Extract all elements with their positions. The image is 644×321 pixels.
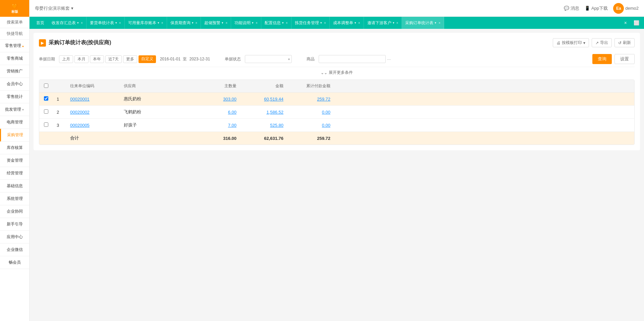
topbar-order-stat-close[interactable]: × xyxy=(119,21,121,25)
settings-btn[interactable]: 设置 xyxy=(614,54,635,64)
sidebar-item-wholesale[interactable]: 批发管理 xyxy=(0,103,29,116)
sidebar-item-finance[interactable]: 资金管理 xyxy=(0,154,29,167)
topbar-maximize-btn[interactable]: ⬜ xyxy=(632,20,641,25)
table-row[interactable]: 2 00020002 飞鹤奶粉 6.00 1,586.52 0.00 xyxy=(39,106,634,119)
col-rest-header xyxy=(334,80,634,93)
sidebar-item-member[interactable]: 会员中心 xyxy=(0,78,29,91)
row-rest xyxy=(334,119,634,132)
export-icon: ↗ xyxy=(595,41,599,45)
sidebar-item-system[interactable]: 系统管理 xyxy=(0,193,29,205)
table-row[interactable]: 1 00020001 惠氏奶粉 303.00 60,519.44 259.72 xyxy=(39,93,634,106)
date-btn-this-year[interactable]: 本年 xyxy=(90,55,104,63)
row-code[interactable]: 00020002 xyxy=(66,106,120,119)
topbar-func-desc[interactable]: 功能说明 ▾ × xyxy=(231,17,261,29)
export-btn[interactable]: ↗ 导出 xyxy=(592,38,612,47)
status-select[interactable] xyxy=(245,55,292,63)
date-btn-this-month[interactable]: 本月 xyxy=(74,55,89,63)
topbar-cost-adjust[interactable]: 成本调整单 ▾ × xyxy=(330,17,364,29)
topbar-receive-send-close[interactable]: × xyxy=(81,21,83,25)
app-download-btn[interactable]: 📱 App下载 xyxy=(585,5,608,11)
row-paid[interactable]: 0.00 xyxy=(287,119,334,132)
topbar-order-stat[interactable]: 要货单统计表 ▾ × xyxy=(87,17,125,29)
message-label: 消息 xyxy=(571,5,579,11)
expand-label: 展开更多条件 xyxy=(329,70,353,75)
topbar-available-stock-close[interactable]: × xyxy=(161,21,163,25)
topbar-pick-task-close[interactable]: × xyxy=(324,21,326,25)
row-checkbox[interactable] xyxy=(44,122,48,127)
goods-input[interactable] xyxy=(319,55,386,63)
topbar-config-info[interactable]: 配置信息 ▾ × xyxy=(261,17,291,29)
message-icon: 💬 xyxy=(564,6,569,11)
row-supplier: 惠氏奶粉 xyxy=(120,93,200,106)
row-paid[interactable]: 259.72 xyxy=(287,93,334,106)
topbar-invite-downstream-close[interactable]: × xyxy=(396,21,398,25)
sidebar-item-ecommerce[interactable]: 电商管理 xyxy=(0,116,29,129)
topbar-receive-send[interactable]: 收发存汇总表 ▾ × xyxy=(48,17,87,29)
print-label: 按模板打印 xyxy=(562,40,582,46)
sidebar-search[interactable]: 搜索菜单 xyxy=(0,17,29,28)
topbar-config-info-close[interactable]: × xyxy=(286,21,288,25)
row-qty[interactable]: 7.00 xyxy=(200,119,240,132)
sidebar-item-appstore[interactable]: 应用中心 xyxy=(0,231,29,244)
sidebar-item-vip[interactable]: 畅会员 xyxy=(0,256,29,269)
refresh-btn[interactable]: ↺ 刷新 xyxy=(614,38,635,47)
topbar-shelf-life[interactable]: 保质期查询 ▾ × xyxy=(167,17,201,29)
data-table: 往来单位编码 供应商 主数量 金额 累计付款金额 1 00020001 惠氏奶粉 xyxy=(39,80,634,145)
sidebar-item-marketing[interactable]: 营销推广 xyxy=(0,65,29,78)
workspace-name: 母婴行业演示账套 xyxy=(35,5,70,11)
row-qty[interactable]: 303.00 xyxy=(200,93,240,106)
topbar-home[interactable]: 首页 xyxy=(32,17,48,29)
topbar-config-info-arrow: ▾ xyxy=(282,21,284,24)
sidebar-item-basic[interactable]: 基础信息 xyxy=(0,180,29,193)
col-paid-header: 累计付款金额 xyxy=(287,80,334,93)
topbar-overstock-close[interactable]: × xyxy=(225,21,227,25)
topbar-invite-downstream[interactable]: 邀请下游客户 ▾ × xyxy=(364,17,402,29)
row-qty[interactable]: 6.00 xyxy=(200,106,240,119)
topbar-purchase-order-stat[interactable]: 采购订单统计表 ▾ × xyxy=(402,17,444,29)
topbar-shelf-life-close[interactable]: × xyxy=(196,21,198,25)
select-all-checkbox[interactable] xyxy=(44,84,48,88)
topbar-cost-adjust-close[interactable]: × xyxy=(358,21,360,25)
topbar-overstock[interactable]: 超储预警 ▾ × xyxy=(201,17,231,29)
row-checkbox[interactable] xyxy=(44,96,48,101)
row-checkbox[interactable] xyxy=(44,109,48,114)
query-btn[interactable]: 查询 xyxy=(592,54,612,64)
user-area[interactable]: Ea demo2 xyxy=(613,3,639,14)
sidebar-item-retail-shop[interactable]: 零售商城 xyxy=(0,52,29,65)
print-arrow: ▾ xyxy=(583,41,585,45)
collapse-filter-btn[interactable]: ▶ xyxy=(39,39,46,47)
row-paid[interactable]: 0.00 xyxy=(287,106,334,119)
sidebar-item-retail-stat[interactable]: 零售统计 xyxy=(0,91,29,103)
date-btn-more[interactable]: 更多 xyxy=(123,55,137,63)
sidebar-item-purchase[interactable]: 采购管理 xyxy=(0,129,29,142)
date-btn-last-month[interactable]: 上月 xyxy=(59,55,73,63)
topbar-purchase-order-stat-close[interactable]: × xyxy=(438,21,440,25)
row-amount[interactable]: 60,519.44 xyxy=(240,93,287,106)
topbar-purchase-order-stat-arrow: ▾ xyxy=(435,21,436,24)
row-rest xyxy=(334,93,634,106)
table-row[interactable]: 3 00020005 好孩子 7.00 525.80 0.00 xyxy=(39,119,634,132)
date-btn-7days[interactable]: 近7天 xyxy=(105,55,122,63)
workspace-selector[interactable]: 母婴行业演示账套 ▾ xyxy=(35,5,73,11)
sidebar-item-retail[interactable]: 零售管理 xyxy=(0,40,29,52)
goods-filter-label: 商品 xyxy=(307,56,315,62)
sidebar-item-inventory[interactable]: 库存核算 xyxy=(0,142,29,154)
goods-input-dots[interactable]: ··· xyxy=(387,57,391,62)
topbar-func-desc-close[interactable]: × xyxy=(256,21,258,25)
row-amount[interactable]: 525.80 xyxy=(240,119,287,132)
print-btn[interactable]: 🖨 按模板打印 ▾ xyxy=(553,38,589,47)
topbar-pick-task[interactable]: 拣货任务管理 ▾ × xyxy=(291,17,330,29)
row-code[interactable]: 00020005 xyxy=(66,119,120,132)
sidebar-item-newbie[interactable]: 新手引导 xyxy=(0,218,29,231)
row-amount[interactable]: 1,586.52 xyxy=(240,106,287,119)
sidebar-quick-nav[interactable]: 快捷导航 xyxy=(0,28,29,40)
sidebar-item-enterprise[interactable]: 企业协同 xyxy=(0,205,29,218)
date-custom-badge: 自定义 xyxy=(139,55,156,63)
expand-more-btn[interactable]: ⌄⌄ 展开更多条件 xyxy=(321,70,353,75)
sidebar-item-operation[interactable]: 经营管理 xyxy=(0,167,29,180)
row-code[interactable]: 00020001 xyxy=(66,93,120,106)
message-btn[interactable]: 💬 消息 xyxy=(564,5,579,11)
topbar-available-stock[interactable]: 可用量库存账本 ▾ × xyxy=(125,17,167,29)
sidebar-item-weixin[interactable]: 企业微信 xyxy=(0,244,29,256)
topbar-close-window-btn[interactable]: × xyxy=(622,20,629,25)
